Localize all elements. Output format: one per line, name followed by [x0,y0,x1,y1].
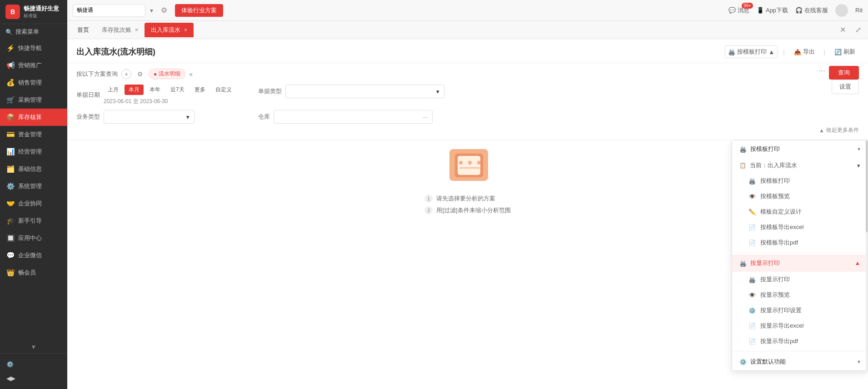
dp-display-excel-icon: 📄 [748,322,756,329]
filter-add-btn[interactable]: + [121,69,131,79]
dp-display-print-header[interactable]: 🖨️ 按显示打印 ▲ [732,254,868,272]
sidebar-item-guide[interactable]: 🎓 新手引导 [0,212,67,229]
topbar-chevron-icon[interactable]: ▾ [150,7,153,14]
page-header: 出入库流水(流水明细) 🖨️ 按模板打印 ▲ | 📤 导出 | 🔄 刷新 [67,39,868,63]
dp-current-template[interactable]: 📋 当前：出入库流水 ▾ [732,158,868,173]
date-btn-current-year[interactable]: 本年 [145,85,165,95]
sidebar-item-purchase[interactable]: 🛒 采购管理 [0,91,67,109]
username-label[interactable]: Rit [855,7,863,14]
dp-template-pdf-item[interactable]: 📄 按模板导出pdf [732,235,868,250]
dp-template-print-item[interactable]: 🖨️ 按模板打印 [732,173,868,189]
date-btn-last-month[interactable]: 上月 [104,85,123,95]
filter-label: 按以下方案查询 [76,70,118,78]
nav-label: 新手引导 [18,217,42,225]
industry-btn[interactable]: 体验行业方案 [175,4,223,17]
dp-template-excel-label: 按模板导出excel [760,223,803,231]
refresh-btn[interactable]: 🔄 刷新 [831,46,859,58]
tab-flow-close[interactable]: × [184,27,187,33]
tab-close-all-btn[interactable]: ✕ [836,24,849,36]
date-btn-more[interactable]: 更多 [190,85,210,95]
sidebar-item-sales[interactable]: 💰 销售管理 [0,74,67,91]
dp-template-pdf-label: 按模板导出pdf [760,239,798,247]
sidebar-bottom-collapse[interactable]: ◀▶ [0,371,67,385]
vip-icon: 👑 [6,269,15,277]
collapse-row: ▲ 收起更多条件 [76,124,859,134]
dp-template-print-header[interactable]: 🖨️ 按模板打印 ▾ [732,140,868,158]
dp-display-preview-label: 按显示预览 [760,291,790,299]
sidebar-item-app-center[interactable]: 🔲 应用中心 [0,229,67,247]
dp-template-preview-label: 按模板预览 [760,192,790,200]
dp-excel-icon: 📄 [748,224,756,231]
settings-btn[interactable]: 设置 [832,80,859,94]
dp-scroll-track [866,140,868,370]
empty-hint-2: 2 用[过滤]条件来缩小分析范围 [424,206,510,214]
dp-current-icon: 📋 [739,162,746,169]
collapse-more-btn[interactable]: ▲ 收起更多条件 [819,126,859,134]
topbar-messages[interactable]: 💬 消息 99+ [728,6,749,15]
sidebar-item-finance[interactable]: 💳 资金管理 [0,126,67,143]
sidebar-item-basics[interactable]: 🗂️ 基础信息 [0,160,67,178]
filter-tag-label: 流水明细 [159,70,180,78]
dp-display-settings-icon: ⚙️ [748,307,756,314]
page-content: 出入库流水(流水明细) 🖨️ 按模板打印 ▲ | 📤 导出 | 🔄 刷新 [67,39,868,389]
dp-set-default-icon: ⚙️ [739,359,747,365]
print-dropdown-trigger[interactable]: 🖨️ 按模板打印 ▲ [725,45,778,58]
tab-flow[interactable]: 出入库流水 × [145,23,194,37]
query-btn[interactable]: 查询 [829,66,859,80]
filter-collapse-left-btn[interactable]: « [189,70,193,78]
topbar-customer-service[interactable]: 🎧 在线客服 [795,6,828,15]
sidebar-search[interactable]: 🔍 搜索菜单 [0,24,67,40]
sidebar-item-collab[interactable]: 🤝 企业协同 [0,195,67,212]
sidebar-scroll-down[interactable]: ▼ [0,341,67,353]
export-icon: 📤 [794,49,801,55]
dp-display-preview-item[interactable]: 👁️ 按显示预览 [732,287,868,303]
tab-home[interactable]: 首页 [71,23,95,37]
message-icon: 💬 [728,7,736,14]
biztype-select[interactable]: ▾ [104,110,195,124]
date-btn-custom[interactable]: 自定义 [211,85,236,95]
topbar-gear-icon[interactable]: ⚙ [158,4,170,17]
nav-label: 基础信息 [18,165,42,173]
dp-display-print-icon: 🖨️ [739,260,747,267]
filter-tag[interactable]: ● 流水明细 [149,69,185,79]
doctype-select[interactable]: ▾ [285,85,444,98]
sidebar-bottom-settings[interactable]: ⚙️ [0,357,67,371]
hint-text-1: 请先选择要分析的方案 [436,194,495,203]
date-btn-current-month[interactable]: 本月 [125,85,144,95]
sidebar-item-wechat[interactable]: 💬 企业微信 [0,247,67,264]
dp-scrollbar[interactable] [866,140,868,370]
tab-batch-account[interactable]: 库存批次账 × [95,23,145,37]
tab-expand-btn[interactable]: ⤢ [852,24,864,36]
sidebar-item-quick-nav[interactable]: ⚡ 快捷导航 [0,40,67,57]
filter-area: 按以下方案查询 + ⚙ ● 流水明细 « 单据日期 上月 本月 本年 [67,63,868,140]
dp-set-default-header[interactable]: ⚙️ 设置默认功能 ▾ [732,353,868,370]
sidebar-item-system[interactable]: ⚙️ 系统管理 [0,178,67,195]
export-btn[interactable]: 📤 导出 [790,46,818,58]
filter-settings-btn[interactable]: ⚙ [135,69,145,79]
topbar-app-download[interactable]: 📱 App下载 [757,6,788,15]
date-btn-last-7[interactable]: 近7天 [166,85,189,95]
sidebar-item-marketing[interactable]: 📢 营销推广 [0,57,67,74]
dp-display-pdf-item[interactable]: 📄 按显示导出pdf [732,334,868,349]
sidebar-item-vip[interactable]: 👑 畅会员 [0,264,67,281]
dp-custom-icon: ✏️ [748,208,756,215]
dp-display-excel-item[interactable]: 📄 按显示导出excel [732,318,868,334]
more-options-icon[interactable]: ··· [818,66,825,80]
sidebar-item-operations[interactable]: 📊 经营管理 [0,143,67,160]
user-avatar[interactable] [835,4,848,17]
warehouse-select[interactable]: ··· [274,110,433,124]
nav-label: 销售管理 [18,79,42,87]
action-divider: | [783,49,784,55]
tab-batch-account-close[interactable]: × [135,27,138,33]
biztype-label: 业务类型 [76,113,100,121]
dp-display-print-label: 按显示打印 [750,259,780,267]
dp-display-print-item[interactable]: 🖨️ 按显示打印 [732,272,868,287]
bottom-settings-icon: ⚙️ [6,361,14,368]
svg-point-3 [459,161,463,165]
dp-template-excel-item[interactable]: 📄 按模板导出excel [732,219,868,235]
dp-display-print-settings-item[interactable]: ⚙️ 按显示打印设置 [732,303,868,318]
topbar-search-input[interactable] [73,4,145,17]
sidebar-item-inventory[interactable]: 📦 库存核算 [0,109,67,126]
dp-template-custom-item[interactable]: ✏️ 模板自定义设计 [732,204,868,219]
dp-template-preview-item[interactable]: 👁️ 按模板预览 [732,189,868,204]
